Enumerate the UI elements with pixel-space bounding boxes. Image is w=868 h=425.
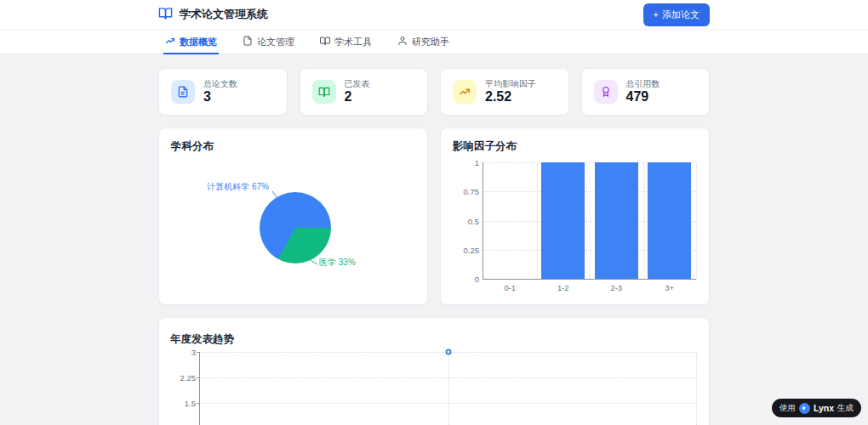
impact-factor-bar-chart[interactable]: 00.250.50.7510-11-22-33+	[483, 162, 696, 280]
dashboard-content: 总论文数 3 已发表 2 平均影响因子	[158, 68, 710, 425]
add-paper-button[interactable]: + 添加论文	[643, 3, 710, 26]
stat-value: 2	[345, 89, 370, 105]
stats-row: 总论文数 3 已发表 2 平均影响因子	[158, 68, 710, 116]
stat-value: 3	[203, 89, 237, 105]
gridline-x	[590, 162, 591, 279]
titlebar: 学术论文管理系统 + 添加论文	[0, 0, 868, 30]
y-axis-tick: 1	[475, 158, 479, 167]
gridline-x	[643, 162, 644, 279]
impact-factor-distribution-card: 影响因子分布 00.250.50.7510-11-22-33+	[440, 128, 710, 305]
y-axis-tick: 3	[191, 348, 196, 357]
badge-brand: Lynx	[814, 403, 834, 413]
tab-research-assistant[interactable]: 研究助手	[396, 30, 451, 54]
tab-academic-tools[interactable]: 学术工具	[318, 30, 374, 54]
y-axis-tick: 0.25	[464, 245, 480, 254]
tab-bar: 数据概览 论文管理 学术工具	[0, 30, 868, 54]
data-point[interactable]	[445, 349, 451, 355]
assistant-icon	[397, 36, 408, 48]
tab-paper-management[interactable]: 论文管理	[241, 30, 296, 54]
gridline-x	[537, 162, 538, 279]
tab-label: 数据概览	[180, 36, 217, 48]
trend-icon	[165, 36, 175, 48]
x-axis-tick: 1-2	[557, 283, 569, 292]
stat-label: 总引用数	[626, 78, 660, 89]
stat-label: 平均影响因子	[485, 78, 536, 89]
annual-trend-line-chart[interactable]: 32.251.50.75	[199, 352, 696, 425]
stat-value: 479	[626, 89, 660, 105]
y-axis-tickmark	[197, 352, 200, 353]
stat-card-total-citations: 总引用数 479	[581, 68, 711, 116]
gridline-x	[696, 162, 697, 279]
bar-3+	[648, 162, 691, 279]
lynx-generated-badge[interactable]: 使用 Lynx 生成	[772, 399, 861, 417]
y-axis-tick: 0.5	[468, 216, 479, 225]
plus-icon: +	[654, 9, 659, 20]
tab-label: 学术工具	[334, 36, 372, 48]
tab-label: 论文管理	[257, 36, 294, 48]
x-axis-tick: 0-1	[504, 283, 516, 292]
x-axis-tick: 3+	[665, 283, 674, 292]
y-axis-tick: 2.25	[180, 373, 197, 382]
lynx-logo-icon	[799, 403, 810, 414]
trending-up-icon	[453, 80, 477, 104]
gridline-x	[696, 352, 697, 425]
document-icon	[243, 36, 253, 48]
award-icon	[594, 80, 618, 104]
badge-suffix: 生成	[837, 403, 854, 414]
badge-prefix: 使用	[779, 403, 796, 414]
bar-2-3	[595, 162, 638, 279]
tab-data-overview[interactable]: 数据概览	[163, 30, 219, 54]
charts-row: 学科分布 计算机科学 67% 医学 33% 影响因子分布 00.250.50.7…	[158, 128, 710, 305]
stat-card-published: 已发表 2	[300, 68, 429, 116]
page-title: 学术论文管理系统	[180, 7, 268, 22]
stat-label: 总论文数	[203, 78, 237, 89]
pie-label-computer-science: 计算机科学 67%	[207, 181, 269, 193]
chart-title: 影响因子分布	[453, 139, 517, 154]
stat-card-avg-impact-factor: 平均影响因子 2.52	[440, 68, 569, 116]
chart-title: 学科分布	[171, 139, 214, 154]
book-icon	[320, 36, 330, 48]
stat-label: 已发表	[345, 78, 370, 89]
tab-label: 研究助手	[412, 36, 449, 48]
book-open-icon	[312, 80, 336, 104]
pie-label-medicine: 医学 33%	[319, 257, 356, 269]
y-axis-tick: 0	[475, 275, 479, 284]
y-axis-tickmark	[197, 377, 200, 378]
annual-trend-card: 年度发表趋势 32.251.50.75	[158, 317, 710, 425]
subject-pie-chart[interactable]	[260, 192, 331, 264]
y-axis-tick: 1.5	[185, 399, 196, 408]
y-axis-tickmark	[197, 403, 200, 404]
subject-distribution-card: 学科分布 计算机科学 67% 医学 33%	[158, 128, 428, 305]
chart-title: 年度发表趋势	[170, 332, 234, 347]
stat-card-total-papers: 总论文数 3	[158, 68, 288, 116]
y-axis-tick: 0.75	[464, 187, 480, 196]
x-axis-tick: 2-3	[610, 283, 622, 292]
bar-1-2	[541, 162, 585, 279]
app-brand: 学术论文管理系统	[158, 6, 268, 24]
file-text-icon	[171, 80, 195, 104]
gridline-x	[448, 352, 449, 425]
open-book-icon	[158, 6, 173, 24]
stat-value: 2.52	[485, 89, 536, 105]
